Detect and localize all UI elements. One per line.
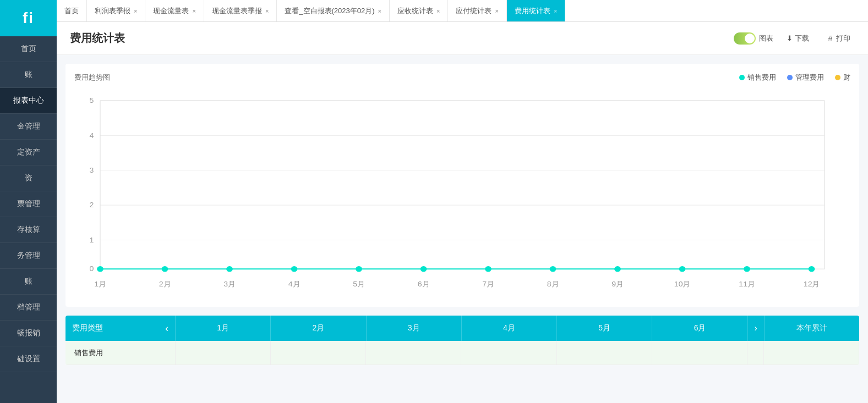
th-month-5: 5月: [557, 316, 652, 341]
th-month-4: 4月: [462, 316, 557, 341]
download-button[interactable]: ⬇ 下载: [782, 31, 814, 46]
chart-dot-sales-1: [97, 266, 103, 272]
legend-finance: 财: [835, 73, 850, 82]
chart-dot-sales-9: [614, 266, 621, 272]
sidebar-item-inventory[interactable]: 存核算: [0, 217, 57, 243]
th-summary: 本年累计: [765, 316, 859, 341]
sidebar: fi 首页 账 报表中心 金管理 定资产 资 票管理 存核算 务管理 账 档管理…: [0, 0, 57, 403]
chart-dot-sales-8: [550, 266, 556, 272]
table-header: 费用类型 ‹ 1月 2月 3月 4月 5月 6月 › 本年累计: [65, 316, 859, 341]
legend-dot-admin: [787, 75, 793, 80]
chart-title: 费用趋势图: [74, 73, 110, 82]
th-month-6: 6月: [652, 316, 747, 341]
td-sales-3: [366, 341, 461, 365]
tab-payable[interactable]: 应付统计表 ×: [448, 0, 506, 21]
td-sales-6: [652, 341, 747, 365]
sidebar-item-settings[interactable]: 础设置: [0, 346, 57, 372]
svg-text:10月: 10月: [674, 280, 690, 288]
tab-close-expense[interactable]: ×: [554, 8, 557, 14]
svg-text:7月: 7月: [482, 280, 494, 288]
tab-expense[interactable]: 费用统计表 ×: [507, 0, 565, 21]
chart-dot-sales-11: [744, 266, 750, 272]
chart-toggle[interactable]: [734, 32, 756, 45]
legend-label-admin: 管理费用: [795, 73, 824, 82]
chart-toggle-label: 图表: [759, 34, 773, 43]
th-type: 费用类型 ‹: [65, 316, 176, 341]
svg-text:1月: 1月: [94, 280, 106, 288]
legend-dot-sales: [739, 75, 745, 80]
chart-toggle-container: 图表: [734, 32, 773, 45]
chart-wrapper: 5 4 3 2 1 0: [74, 89, 850, 298]
th-month-2: 2月: [271, 316, 366, 341]
print-icon: 🖨: [827, 34, 834, 42]
tab-cash-flow-quarter[interactable]: 现金流量表季报 ×: [204, 0, 277, 21]
tab-close-payable[interactable]: ×: [495, 8, 498, 14]
td-sales-2: [271, 341, 366, 365]
svg-text:5: 5: [89, 97, 94, 104]
svg-text:3月: 3月: [223, 280, 236, 288]
sidebar-logo: fi: [0, 0, 57, 36]
page-header: 费用统计表 图表 ⬇ 下载 🖨 打印: [57, 22, 868, 55]
svg-text:5月: 5月: [353, 280, 365, 288]
chart-dot-sales-7: [485, 266, 492, 272]
tab-cash-flow[interactable]: 现金流量表 ×: [145, 0, 204, 21]
sidebar-item-ticket[interactable]: 票管理: [0, 191, 57, 217]
chart-section: 费用趋势图 销售费用 管理费用 财: [65, 64, 859, 307]
chart-header: 费用趋势图 销售费用 管理费用 财: [74, 73, 850, 82]
chart-legend: 销售费用 管理费用 财: [739, 73, 850, 82]
sidebar-item-archive[interactable]: 档管理: [0, 295, 57, 321]
sidebar-item-ledger[interactable]: 账: [0, 269, 57, 295]
td-nav-placeholder: [747, 341, 764, 365]
trend-chart: 5 4 3 2 1 0: [74, 89, 850, 298]
svg-text:9月: 9月: [612, 280, 624, 288]
svg-text:2月: 2月: [159, 280, 171, 288]
tab-receivable[interactable]: 应收统计表 ×: [390, 0, 448, 21]
sidebar-item-fund[interactable]: 金管理: [0, 114, 57, 140]
chart-dot-sales-3: [226, 266, 233, 272]
main-area: 首页 利润表季报 × 现金流量表 × 现金流量表季报 × 查看_空白报表(202…: [57, 0, 868, 403]
td-sales-5: [557, 341, 652, 365]
chart-dot-sales-12: [809, 266, 815, 272]
svg-text:4月: 4月: [288, 280, 301, 288]
tab-blank-report[interactable]: 查看_空白报表(2023年02月) ×: [277, 0, 390, 21]
tab-close-cash-flow-quarter[interactable]: ×: [265, 8, 269, 14]
svg-text:6月: 6月: [418, 280, 430, 288]
sidebar-item-account[interactable]: 账: [0, 62, 57, 88]
svg-text:8月: 8月: [547, 280, 559, 288]
page-title: 费用统计表: [70, 31, 125, 46]
sidebar-item-fixed-assets[interactable]: 定资产: [0, 140, 57, 165]
td-sales-1: [176, 341, 271, 365]
th-nav-prev[interactable]: ‹: [165, 323, 168, 334]
th-month-1: 1月: [176, 316, 271, 341]
th-nav-next[interactable]: ›: [748, 316, 765, 341]
tab-close-blank-report[interactable]: ×: [378, 8, 381, 14]
th-month-3: 3月: [367, 316, 462, 341]
tab-home[interactable]: 首页: [57, 0, 87, 21]
print-button[interactable]: 🖨 打印: [822, 31, 855, 46]
expense-table: 费用类型 ‹ 1月 2月 3月 4月 5月 6月 › 本年累计 销售费用: [65, 316, 859, 365]
chart-dot-sales-6: [421, 266, 427, 272]
chart-dot-sales-5: [356, 266, 362, 272]
header-actions: 图表 ⬇ 下载 🖨 打印: [734, 31, 855, 46]
legend-dot-finance: [835, 75, 840, 80]
sidebar-item-investment[interactable]: 资: [0, 165, 57, 191]
content-area: 费用统计表 图表 ⬇ 下载 🖨 打印 费用趋势图: [57, 22, 868, 403]
legend-sales: 销售费用: [739, 73, 776, 82]
legend-label-sales: 销售费用: [747, 73, 776, 82]
sidebar-item-expense-report[interactable]: 畅报销: [0, 321, 57, 346]
download-icon: ⬇: [787, 34, 793, 42]
svg-text:0: 0: [89, 265, 94, 273]
chart-dot-sales-2: [162, 266, 168, 272]
tab-close-cash-flow[interactable]: ×: [192, 8, 195, 14]
tab-close-receivable[interactable]: ×: [436, 8, 440, 14]
sidebar-item-home[interactable]: 首页: [0, 36, 57, 62]
tabs-bar: 首页 利润表季报 × 现金流量表 × 现金流量表季报 × 查看_空白报表(202…: [57, 0, 868, 22]
svg-text:3: 3: [89, 167, 94, 174]
sidebar-item-service[interactable]: 务管理: [0, 243, 57, 269]
td-sales-4: [461, 341, 556, 365]
tab-profit-quarter[interactable]: 利润表季报 ×: [87, 0, 145, 21]
sidebar-item-report-center[interactable]: 报表中心: [0, 88, 57, 114]
svg-rect-12: [100, 101, 825, 269]
tab-close-profit-quarter[interactable]: ×: [134, 8, 137, 14]
svg-text:4: 4: [89, 131, 94, 139]
